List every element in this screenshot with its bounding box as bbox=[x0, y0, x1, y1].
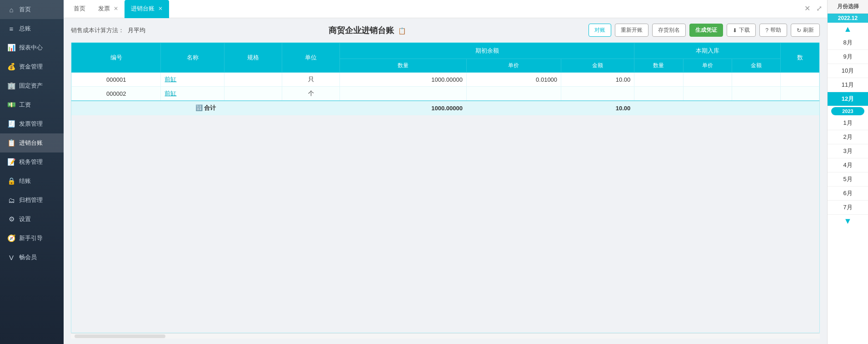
tax-icon: 📝 bbox=[7, 158, 15, 166]
month-item-9[interactable]: 9月 bbox=[828, 50, 868, 64]
subheader-qty-in: 数量 bbox=[634, 59, 683, 73]
toolbar: 销售成本计算方法： 月平均 商贸企业进销台账 📋 对账 重新开账 存货别名 生成… bbox=[71, 24, 820, 37]
salary-icon: 💵 bbox=[7, 101, 15, 109]
subheader-qty-open: 数量 bbox=[340, 59, 467, 73]
cell-unit-2: 个 bbox=[282, 87, 340, 101]
reopen-button[interactable]: 重新开账 bbox=[615, 24, 649, 37]
month-scroll-down[interactable]: ▼ bbox=[828, 215, 868, 228]
cell-qty-open-2 bbox=[340, 87, 467, 101]
save-alias-button[interactable]: 存货别名 bbox=[652, 24, 686, 37]
col-header-period-in: 本期入库 bbox=[634, 43, 781, 59]
scroll-track[interactable] bbox=[75, 334, 165, 338]
sidebar-label-guide: 新手引导 bbox=[19, 234, 43, 242]
subheader-amount-in: 金额 bbox=[732, 59, 780, 73]
generate-voucher-button[interactable]: 生成凭证 bbox=[689, 24, 723, 37]
sidebar-item-member[interactable]: V 畅会员 bbox=[0, 248, 64, 267]
sidebar-item-finance[interactable]: 💰 资金管理 bbox=[0, 57, 64, 76]
cell-unit-1: 只 bbox=[282, 73, 340, 87]
sidebar-item-settings[interactable]: ⚙ 设置 bbox=[0, 210, 64, 229]
archive-icon: 🗂 bbox=[7, 197, 15, 204]
window-controls: ✕ ⤢ bbox=[803, 4, 823, 13]
sidebar-label-inventory: 进销台账 bbox=[19, 139, 43, 147]
month-item-12[interactable]: 12月 bbox=[828, 92, 868, 106]
sidebar-item-inventory[interactable]: 📋 进销台账 bbox=[0, 133, 64, 152]
maximize-window-button[interactable]: ⤢ bbox=[814, 4, 823, 13]
refresh-icon: ↻ bbox=[797, 27, 801, 34]
download-button[interactable]: ⬇ 下载 bbox=[727, 24, 756, 37]
finance-icon: 💰 bbox=[7, 63, 15, 71]
tab-invoice[interactable]: 发票 ✕ bbox=[92, 0, 125, 18]
cell-spec-1 bbox=[224, 73, 282, 87]
total-price-open bbox=[466, 101, 561, 115]
sidebar-item-salary[interactable]: 💵 工资 bbox=[0, 95, 64, 114]
close-window-button[interactable]: ✕ bbox=[803, 4, 812, 13]
month-item-5[interactable]: 5月 bbox=[828, 172, 868, 187]
assets-icon: 🏢 bbox=[7, 82, 15, 90]
month-item-8[interactable]: 8月 bbox=[828, 36, 868, 50]
col-header-spec: 规格 bbox=[224, 43, 282, 73]
sidebar-item-guide[interactable]: 🧭 新手引导 bbox=[0, 229, 64, 248]
sidebar-label-settings: 设置 bbox=[19, 215, 31, 223]
sidebar-item-ledger[interactable]: ≡ 总账 bbox=[0, 19, 64, 38]
sidebar-item-tax[interactable]: 📝 税务管理 bbox=[0, 152, 64, 172]
total-icon: 🔢 bbox=[195, 104, 203, 111]
cell-code-1: 000001 bbox=[72, 73, 161, 87]
month-item-2[interactable]: 2月 bbox=[828, 130, 868, 144]
subheader-price-open: 单价 bbox=[466, 59, 561, 73]
cell-qty-open-1: 1000.00000 bbox=[340, 73, 467, 87]
guide-icon: 🧭 bbox=[7, 234, 15, 242]
download-icon: ⬇ bbox=[733, 27, 737, 34]
total-row: 🔢 合计 1000.00000 10.00 bbox=[72, 101, 819, 115]
sidebar-label-finance: 资金管理 bbox=[19, 63, 43, 71]
month-item-1[interactable]: 1月 bbox=[828, 116, 868, 130]
year-2022-badge: 2022.12 bbox=[828, 14, 868, 23]
subheader-price-in: 单价 bbox=[683, 59, 732, 73]
sidebar-label-reports: 报表中心 bbox=[19, 44, 43, 52]
cost-method-value: 月平均 bbox=[128, 26, 145, 34]
sidebar-item-archive[interactable]: 🗂 归档管理 bbox=[0, 191, 64, 210]
sidebar-item-close[interactable]: 🔒 结账 bbox=[0, 172, 64, 191]
cell-name-1[interactable]: 前缸 bbox=[161, 73, 224, 87]
inventory-table-wrap[interactable]: 编号 名称 规格 单位 期初余额 本期入库 数 数量 单价 金额 数量 单价 bbox=[71, 42, 820, 333]
col-header-unit: 单位 bbox=[282, 43, 340, 73]
horizontal-scrollbar[interactable] bbox=[71, 333, 820, 339]
month-item-7[interactable]: 7月 bbox=[828, 201, 868, 215]
cell-code-2: 000002 bbox=[72, 87, 161, 101]
cell-extra-2 bbox=[781, 87, 819, 101]
total-qty-open: 1000.00000 bbox=[340, 101, 467, 115]
total-amount-open: 10.00 bbox=[561, 101, 634, 115]
main-area: ✕ ⤢ 首页 发票 ✕ 进销台账 ✕ 销售成本计算方法： 月平均 商贸企业进销台… bbox=[64, 0, 827, 344]
help-icon: ? bbox=[765, 27, 768, 34]
month-item-6[interactable]: 6月 bbox=[828, 187, 868, 201]
month-item-10[interactable]: 10月 bbox=[828, 64, 868, 78]
sidebar-label-home: 首页 bbox=[19, 5, 31, 14]
sidebar-item-invoice-mgr[interactable]: 🧾 发票管理 bbox=[0, 114, 64, 133]
sidebar-label-member: 畅会员 bbox=[19, 253, 37, 261]
sidebar-item-home[interactable]: ⌂ 首页 bbox=[0, 0, 64, 19]
cell-price-in-1 bbox=[683, 73, 732, 87]
home-icon: ⌂ bbox=[7, 6, 15, 14]
month-item-3[interactable]: 3月 bbox=[828, 144, 868, 158]
tab-inventory[interactable]: 进销台账 ✕ bbox=[125, 0, 169, 18]
month-panel-title: 月份选择 bbox=[828, 0, 868, 14]
cell-name-2[interactable]: 前缸 bbox=[161, 87, 224, 101]
table-row: 000002 前缸 个 bbox=[72, 87, 819, 101]
tab-invoice-close[interactable]: ✕ bbox=[114, 5, 118, 12]
cell-amount-open-2 bbox=[561, 87, 634, 101]
col-header-code: 编号 bbox=[72, 43, 161, 73]
month-scroll-up[interactable]: ▲ bbox=[828, 23, 868, 36]
reconcile-button[interactable]: 对账 bbox=[589, 24, 611, 37]
total-extra bbox=[781, 101, 819, 115]
help-button[interactable]: ? 帮助 bbox=[759, 24, 787, 37]
content-area: 销售成本计算方法： 月平均 商贸企业进销台账 📋 对账 重新开账 存货别名 生成… bbox=[64, 18, 827, 344]
month-item-11[interactable]: 11月 bbox=[828, 78, 868, 92]
refresh-button[interactable]: ↻ 刷新 bbox=[791, 24, 820, 37]
sidebar-item-reports[interactable]: 📊 报表中心 bbox=[0, 38, 64, 57]
month-item-4[interactable]: 4月 bbox=[828, 158, 868, 172]
tab-inventory-close[interactable]: ✕ bbox=[158, 5, 163, 12]
sidebar-item-assets[interactable]: 🏢 固定资产 bbox=[0, 76, 64, 95]
tab-bar: 首页 发票 ✕ 进销台账 ✕ bbox=[64, 0, 827, 18]
tab-home[interactable]: 首页 bbox=[67, 0, 92, 18]
page-title: 商贸企业进销台账 📋 bbox=[149, 25, 585, 36]
total-qty-in bbox=[634, 101, 683, 115]
